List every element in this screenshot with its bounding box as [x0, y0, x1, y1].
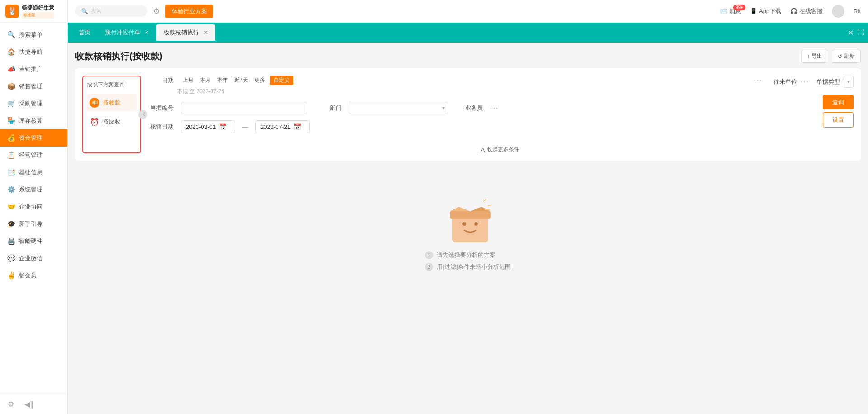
system-icon: ⚙️: [7, 186, 15, 194]
page-title: 收款核销执行(按收款): [75, 50, 162, 62]
partner-label: 往来单位: [770, 78, 797, 86]
writeoff-date-label: 核销日期: [146, 123, 174, 131]
sidebar-item-operations[interactable]: 📋 经营管理: [0, 147, 67, 164]
sidebar-item-quicknav[interactable]: 🏠 快捷导航: [0, 43, 67, 61]
calendar-from-icon[interactable]: 📅: [219, 123, 226, 130]
tab-close-icon[interactable]: ✕: [145, 29, 149, 36]
query-button[interactable]: 查询: [823, 95, 854, 109]
online-service-btn[interactable]: 🎧 在线客服: [790, 7, 823, 15]
svg-rect-0: [452, 215, 488, 242]
doctype-select[interactable]: [844, 76, 854, 88]
receivable-icon: ⏰: [90, 117, 99, 127]
hint-number-1: 1: [425, 251, 433, 259]
sidebar-item-enterprise[interactable]: 🤝 企业协同: [0, 198, 67, 215]
svg-rect-1: [450, 211, 491, 219]
operations-icon: 📋: [7, 151, 15, 159]
refresh-button[interactable]: ↺ 刷新: [832, 50, 861, 63]
empty-state: 1 请先选择要分析的方案 2 用[过滤]条件来缩小分析范围: [75, 197, 861, 275]
hardware-icon: 🖨️: [7, 237, 15, 245]
partner-trigger[interactable]: ···: [801, 78, 809, 86]
sidebar-item-label: 库存核算: [19, 117, 42, 125]
sidebar-item-label: 企业协同: [19, 203, 42, 211]
tab-home[interactable]: 首页: [71, 24, 98, 41]
svg-point-2: [462, 222, 466, 226]
sidebar-item-basicinfo[interactable]: 📑 基础信息: [0, 164, 67, 181]
date-btn-custom[interactable]: 自定义: [270, 76, 293, 85]
tab-writeoff[interactable]: 收款核销执行 ✕: [156, 24, 215, 41]
logo-icon: 🐰: [5, 5, 19, 18]
avatar[interactable]: [832, 5, 844, 18]
gear-icon[interactable]: ⚙: [153, 6, 160, 16]
expand-tab-btn[interactable]: ⛶: [857, 29, 864, 37]
sidebar-item-member[interactable]: ✌️ 畅会员: [0, 267, 67, 284]
sales-icon: 📦: [7, 82, 15, 90]
filter-option-by-receipt[interactable]: 💴 按收款: [87, 94, 137, 111]
writeoff-date-to[interactable]: 2023-07-21 📅: [255, 120, 310, 133]
home-icon: 🏠: [7, 48, 15, 56]
logo-text-group: 畅捷通好生意 标准版: [22, 4, 54, 19]
main-area: 🔍 搜索 ⚙ 体验行业方案 ✉️ 消息 99+ 📱 App下载 🎧 在线客服 R…: [68, 0, 868, 414]
sidebar-item-guide[interactable]: 🎓 新手引导: [0, 215, 67, 233]
sidebar-item-system[interactable]: ⚙️ 系统管理: [0, 181, 67, 198]
doctype-select-wrap: [844, 76, 854, 88]
sidebar-item-finance[interactable]: 💰 资金管理: [0, 129, 67, 147]
sidebar-item-hardware[interactable]: 🖨️ 智能硬件: [0, 233, 67, 250]
search-icon: 🔍: [81, 8, 88, 14]
date-btn-7days[interactable]: 近7天: [232, 76, 250, 85]
docnum-input[interactable]: [181, 102, 307, 114]
sidebar-item-wechat[interactable]: 💬 企业微信: [0, 250, 67, 267]
sidebar-item-purchase[interactable]: 🛒 采购管理: [0, 95, 67, 112]
date-btn-this-month[interactable]: 本月: [198, 76, 212, 85]
svg-line-4: [484, 199, 486, 201]
writeoff-date-from[interactable]: 2023-03-01 📅: [181, 120, 235, 133]
sidebar-item-label: 营销推广: [19, 65, 42, 73]
date-btn-more[interactable]: 更多: [253, 76, 267, 85]
message-badge-btn[interactable]: ✉️ 消息 99+: [720, 7, 741, 15]
staff-field-trigger[interactable]: ···: [490, 104, 499, 112]
receipt-icon: 💴: [90, 98, 99, 108]
search-placeholder: 搜索: [91, 7, 102, 15]
date-separator: —: [242, 124, 248, 130]
settings-bottom-icon[interactable]: ⚙: [5, 399, 16, 409]
filter-sidebar-title: 按以下方案查询: [87, 81, 137, 89]
filter-panel: 按以下方案查询 💴 按收款 ⏰ 按应收 《: [75, 68, 861, 161]
filter-action-buttons: 查询 设置: [823, 95, 854, 128]
filter-sidebar-collapse-btn[interactable]: 《: [138, 110, 147, 119]
solution-button[interactable]: 体验行业方案: [165, 5, 213, 18]
sidebar-item-sales[interactable]: 📦 销售管理: [0, 78, 67, 95]
partner-field-trigger[interactable]: ···: [754, 76, 762, 85]
filter-main: 日期 上月 本月 本年 近7天 更多 自定义 ···: [146, 76, 854, 153]
tab-close-icon[interactable]: ✕: [203, 29, 208, 36]
sidebar-item-search[interactable]: 🔍 搜索菜单: [0, 26, 67, 43]
refresh-icon: ↺: [838, 53, 842, 60]
sidebar-logo: 🐰 畅捷通好生意 标准版: [0, 0, 67, 23]
dept-select[interactable]: [349, 102, 448, 114]
page-titlebar: 收款核销执行(按收款) ↑ 导出 ↺ 刷新: [75, 50, 861, 63]
filter-option-by-receivable[interactable]: ⏰ 按应收: [87, 113, 137, 130]
app-download-btn[interactable]: 📱 App下载: [750, 7, 781, 15]
close-tab-btn[interactable]: ✕: [848, 29, 854, 37]
setting-button[interactable]: 设置: [823, 112, 854, 128]
date-range-text: 不限 至 2023-07-26: [177, 88, 224, 95]
date-btn-this-year[interactable]: 本年: [215, 76, 230, 85]
sidebar-item-label: 销售管理: [19, 82, 42, 90]
logo-badge: 标准版: [22, 12, 54, 19]
collapse-more-btn[interactable]: ⋀ 收起更多条件: [146, 146, 854, 153]
tabbar: 首页 预付冲应付单 ✕ 收款核销执行 ✕ ✕ ⛶: [68, 23, 868, 43]
enterprise-icon: 🤝: [7, 203, 15, 211]
sidebar-item-inventory[interactable]: 🏪 库存核算: [0, 112, 67, 129]
message-icon: ✉️: [720, 8, 727, 14]
tab-prepay[interactable]: 预付冲应付单 ✕: [98, 24, 156, 41]
sidebar-item-marketing[interactable]: 📣 营销推广: [0, 61, 67, 78]
export-button[interactable]: ↑ 导出: [801, 50, 828, 63]
wechat-icon: 💬: [7, 254, 15, 262]
sidebar-item-label: 搜索菜单: [19, 31, 42, 39]
page-actions: ↑ 导出 ↺ 刷新: [801, 50, 861, 63]
inventory-icon: 🏪: [7, 117, 15, 125]
calendar-to-icon[interactable]: 📅: [293, 123, 301, 130]
topbar-search[interactable]: 🔍 搜索: [75, 5, 147, 17]
date-row: 日期 上月 本月 本年 近7天 更多 自定义 ···: [146, 76, 763, 85]
date-btn-last-month[interactable]: 上月: [181, 76, 195, 85]
collapse-sidebar-btn[interactable]: ◀‖: [24, 399, 34, 409]
app-download-label: App下载: [759, 7, 781, 15]
